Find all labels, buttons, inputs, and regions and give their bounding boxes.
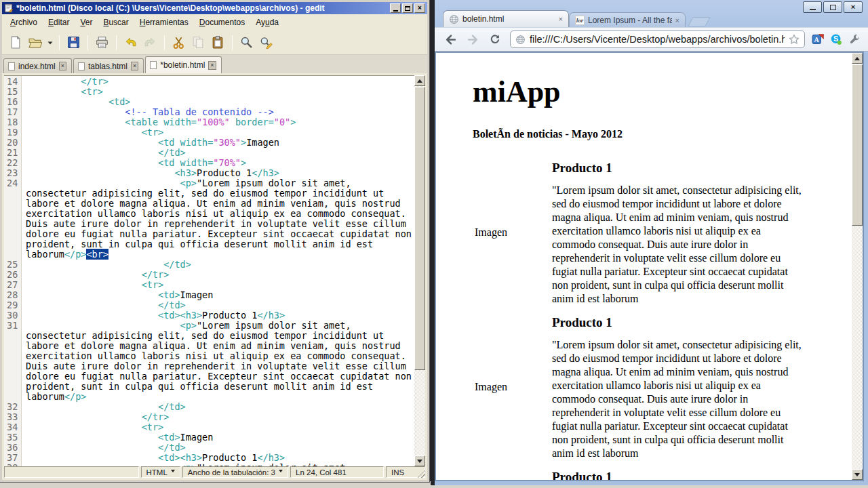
find-replace-icon[interactable]: [257, 33, 275, 52]
code-line[interactable]: 23 <h3>Producto 1</h3>: [4, 168, 414, 178]
line-number: 37: [4, 453, 22, 463]
code-line[interactable]: 31 <p>"Lorem ipsum dolor sit amet, conse…: [4, 321, 414, 402]
minimize-button[interactable]: [390, 3, 401, 13]
scroll-up-button[interactable]: [852, 53, 863, 64]
undo-icon[interactable]: [121, 33, 140, 52]
code-line[interactable]: 34 <tr>: [4, 422, 414, 432]
editor-scrollbar-thumb[interactable]: [414, 87, 425, 370]
open-folder-icon[interactable]: [26, 33, 44, 52]
save-icon[interactable]: [64, 33, 83, 52]
open-caret-icon[interactable]: [45, 33, 54, 52]
new-document-icon[interactable]: [6, 33, 24, 52]
wrench-menu-icon[interactable]: [846, 30, 863, 48]
line-number: 19: [4, 127, 22, 138]
gedit-titlebar[interactable]: *boletin.html (Disco local (C:) \Users\V…: [2, 2, 427, 14]
browser-tab[interactable]: lorLorem Ipsum - All the facts - Li×: [569, 12, 686, 27]
code-line[interactable]: 27 <tr>: [4, 280, 414, 290]
line-number: 35: [4, 432, 22, 443]
chevron-down-icon: [171, 470, 175, 474]
tab-width-selector[interactable]: Ancho de la tabulación: 3: [182, 466, 288, 478]
editor-scrollbar[interactable]: [414, 75, 425, 466]
menu-ver[interactable]: Ver: [75, 15, 98, 30]
code-line[interactable]: 32 </td>: [4, 402, 414, 412]
new-tab-button[interactable]: [688, 17, 710, 26]
code-line[interactable]: 35 <td>Imagen: [4, 432, 414, 443]
code-line[interactable]: 25 </td>: [4, 260, 414, 270]
find-icon[interactable]: [237, 33, 256, 52]
lorem-icon: lor: [575, 15, 585, 25]
code-lines[interactable]: 14 </tr>15 <tr>16 <td>17 <!-- Tabla de c…: [4, 77, 414, 466]
toolbar-separator: [164, 35, 165, 50]
address-bar[interactable]: file:///C:/Users/Vicente/Desktop/webapps…: [510, 30, 805, 48]
maximize-button[interactable]: [823, 1, 842, 13]
editor-tab-index.html[interactable]: index.html×: [3, 58, 72, 73]
close-button[interactable]: ×: [844, 1, 863, 13]
code-line[interactable]: 20 <td width="30%">Imagen: [4, 138, 414, 148]
menu-editar[interactable]: Editar: [43, 15, 75, 30]
editor-area[interactable]: 14 </tr>15 <tr>16 <td>17 <!-- Tabla de c…: [4, 75, 425, 466]
scroll-up-button[interactable]: [414, 75, 425, 86]
editor-tab-tablas.html[interactable]: tablas.html×: [73, 58, 144, 73]
language-selector[interactable]: HTML: [141, 466, 180, 478]
menu-ayuda[interactable]: Ayuda: [250, 15, 284, 30]
code-line[interactable]: 24 <p>"Lorem ipsum dolor sit amet, conse…: [4, 178, 414, 260]
forward-button[interactable]: [462, 30, 483, 49]
product-body: Producto 1"Lorem ipsum dolor sit amet, c…: [552, 464, 802, 480]
code-line[interactable]: 19 <tr>: [4, 127, 414, 138]
code-line[interactable]: 15 <tr>: [4, 87, 414, 97]
close-button[interactable]: ×: [414, 3, 425, 13]
code-line[interactable]: 37 <td><h3>Producto 1</h3>: [4, 453, 414, 463]
code-line[interactable]: 28 <td>Imagen: [4, 290, 414, 300]
code-line[interactable]: 33 </tr>: [4, 412, 414, 422]
code-line[interactable]: 26 </tr>: [4, 270, 414, 280]
gedit-toolbar: [2, 30, 427, 55]
scroll-down-button[interactable]: [852, 469, 863, 480]
tab-title: Lorem Ipsum - All the facts - Li: [588, 16, 672, 25]
menu-buscar[interactable]: Buscar: [98, 15, 134, 30]
tab-close-icon[interactable]: ×: [131, 62, 138, 70]
editor-tab-boletin.html[interactable]: *boletin.html×: [145, 56, 221, 73]
line-number: 23: [4, 168, 22, 178]
skype-extension-icon[interactable]: S: [828, 30, 844, 48]
code-text: <tr>: [22, 280, 414, 290]
code-text: <h3>Producto 1</h3>: [22, 168, 414, 178]
url-text[interactable]: file:///C:/Users/Vicente/Desktop/webapps…: [530, 34, 785, 45]
page-subtitle: BoletÃn de noticias - Mayo 2012: [473, 128, 805, 140]
browser-tab[interactable]: boletin.html×: [443, 10, 569, 27]
code-line[interactable]: 17 <!-- Tabla de contenido -->: [4, 107, 414, 117]
code-line[interactable]: 14 </tr>: [4, 77, 414, 87]
cut-icon[interactable]: [170, 33, 188, 52]
tab-close-icon[interactable]: ×: [559, 15, 563, 23]
line-number: 25: [4, 260, 22, 270]
print-icon[interactable]: [93, 33, 111, 52]
reload-button[interactable]: [485, 30, 505, 49]
code-text: <p>"Lorem ipsum dolor sit amet, consecte…: [22, 178, 414, 260]
line-number: 16: [4, 97, 22, 107]
code-line[interactable]: 22 <td width="70%">: [4, 158, 414, 168]
page-scrollbar[interactable]: [852, 53, 863, 480]
code-line[interactable]: 30 <td><h3>Producto 1</h3>: [4, 310, 414, 321]
menu-archivo[interactable]: Archivo: [5, 15, 43, 30]
code-line[interactable]: 21 </td>: [4, 148, 414, 158]
code-text: </td>: [22, 402, 414, 412]
tab-close-icon[interactable]: ×: [208, 61, 216, 70]
back-button[interactable]: [440, 30, 460, 49]
minimize-button[interactable]: [803, 1, 822, 13]
code-line[interactable]: 16 <td>: [4, 97, 414, 107]
line-number: 34: [4, 422, 22, 432]
menu-herramientas[interactable]: Herramientas: [134, 15, 194, 30]
menu-documentos[interactable]: Documentos: [194, 15, 250, 30]
bookmark-star-icon[interactable]: [789, 34, 800, 45]
tab-close-icon[interactable]: ×: [59, 62, 66, 70]
code-line[interactable]: 36 </td>: [4, 443, 414, 453]
paste-icon[interactable]: [209, 33, 227, 52]
code-line[interactable]: 18 <table width="100%" border="0">: [4, 117, 414, 127]
scroll-down-button[interactable]: [414, 455, 425, 466]
maximize-button[interactable]: [402, 3, 413, 13]
page-scrollbar-thumb[interactable]: [852, 64, 863, 226]
translate-extension-icon[interactable]: A: [810, 30, 826, 48]
tab-close-icon[interactable]: ×: [675, 16, 679, 24]
line-number: 33: [4, 412, 22, 422]
code-line[interactable]: 29 </td>: [4, 300, 414, 310]
browser-viewport[interactable]: miApp BoletÃn de noticias - Mayo 2012 Im…: [435, 52, 864, 481]
